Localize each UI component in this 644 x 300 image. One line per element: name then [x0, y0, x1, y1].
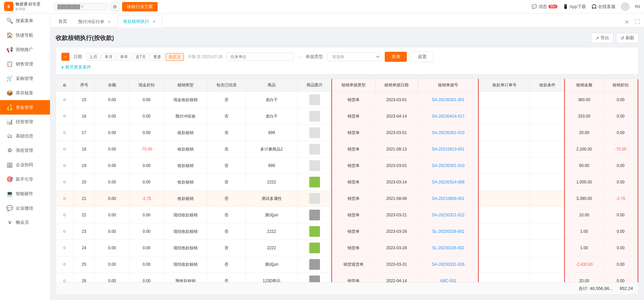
date-btn-7days[interactable]: 近7天: [132, 53, 149, 61]
cell-write-off-no[interactable]: SA-20230314-008: [418, 174, 479, 190]
sidebar-item-corp[interactable]: 🏢 企业协同: [0, 158, 50, 172]
cell-receipt-order-no: [478, 92, 530, 108]
cell-write-off-bill-type: 销货单: [332, 125, 375, 141]
sidebar-item-finance[interactable]: 💰 资金管理: [0, 100, 50, 115]
cell-settings[interactable]: ⚙: [56, 223, 73, 240]
sidebar-item-member[interactable]: V 畅会员: [0, 215, 50, 229]
cell-settings[interactable]: ⚙: [56, 240, 73, 256]
cell-write-off-no[interactable]: SA-20230331-026: [418, 256, 479, 273]
industry-button[interactable]: 休验行业方案: [122, 2, 158, 11]
cell-write-off-amount: -2,430.00: [565, 256, 603, 273]
sidebar-item-sales[interactable]: 📋 销售管理: [0, 57, 50, 71]
refresh-button[interactable]: ↺ 刷新: [616, 33, 639, 43]
app-download-item[interactable]: 📱 App下载: [563, 4, 586, 10]
user-avatar[interactable]: [621, 2, 630, 11]
partner-input[interactable]: [227, 53, 294, 61]
receipt-type-select[interactable]: 请选择: [327, 52, 381, 61]
cell-index: 24: [73, 240, 95, 256]
export-button[interactable]: ↗ 导出: [591, 33, 613, 43]
table-wrap[interactable]: ⚙ 序号 余额 现金折扣 核销类型 包含已结清 商品 商品图片 核销单据类型 核…: [56, 79, 638, 282]
cell-include-settled: 否: [207, 223, 246, 240]
cell-balance: 0.00: [95, 240, 129, 256]
cell-write-off-bill-type: 销货单: [332, 207, 375, 223]
sidebar-item-hardware[interactable]: 💻 智能硬件: [0, 186, 50, 201]
cell-write-off-no[interactable]: ABC-001: [418, 273, 479, 283]
sidebar-label-shortcut: 快捷导航: [16, 32, 33, 38]
filter-toggle[interactable]: »: [61, 53, 69, 61]
logo-text: 畅捷通·好生意: [15, 2, 41, 6]
date-btn-more[interactable]: 更多: [150, 53, 164, 61]
online-service-item[interactable]: 🎧 在线客服: [591, 4, 615, 10]
cell-balance: 0.00: [95, 223, 129, 240]
sales-icon: 📋: [6, 61, 13, 67]
cell-product: 999: [246, 158, 297, 174]
table-row: ⚙ 25 0.00 0.00 现结收款核销 否 测试jun 销货退货单 2023…: [56, 256, 638, 273]
sidebar-label-basic: 基础信息: [16, 133, 33, 139]
sidebar-item-purchase[interactable]: 🛒 采购管理: [0, 71, 50, 86]
cell-write-off-no[interactable]: SA-20230301-001: [418, 92, 479, 108]
cell-write-off-type: 收款核销: [164, 174, 207, 190]
sidebar-item-system[interactable]: ⚙ 系统管理: [0, 143, 50, 158]
setting-button[interactable]: 设置: [411, 51, 434, 62]
cell-write-off-no[interactable]: SA-20230301-010: [418, 158, 479, 174]
cell-write-off-no[interactable]: SL-20230328-001: [418, 223, 479, 240]
sidebar-item-basic[interactable]: 🗂 基础信息: [0, 129, 50, 143]
cell-write-off-no[interactable]: SA-20230414-017: [418, 108, 479, 125]
expand-window-icon[interactable]: ⛶: [633, 18, 641, 26]
tab-receipt-close[interactable]: ✕: [151, 19, 157, 24]
member-icon: V: [6, 220, 13, 225]
date-btn-this-year[interactable]: 本年: [117, 53, 131, 61]
cell-settings[interactable]: ⚙: [56, 158, 73, 174]
sidebar-item-search[interactable]: 🔍 搜索菜单: [0, 13, 50, 28]
cell-write-off-no[interactable]: SL-20230328-002: [418, 240, 479, 256]
tab-prepay-close[interactable]: ✕: [106, 19, 112, 25]
receipt-type-label: 单据类型: [306, 54, 323, 60]
cell-write-off-no[interactable]: SA-20230321-012: [418, 207, 479, 223]
sidebar-item-inventory[interactable]: 📦 库存核算: [0, 86, 50, 100]
data-table: ⚙ 序号 余额 现金折扣 核销类型 包含已结清 商品 商品图片 核销单据类型 核…: [56, 79, 638, 282]
col-write-off-amount-header: 核销金额: [565, 79, 603, 92]
main-layout: 🔍 搜索菜单 🏠 快捷导航 📢 营销推广 📋 销售管理 🛒 采购管理 📦 库存核…: [0, 13, 644, 300]
close-window-icon[interactable]: ✕: [623, 18, 631, 26]
cell-settings[interactable]: ⚙: [56, 125, 73, 141]
notification-item[interactable]: 💬 消息 99+: [532, 4, 557, 10]
page-header: 收款核销执行(按收款) ↗ 导出 ↺ 刷新: [56, 33, 639, 43]
expand-more-btn[interactable]: ▾ 展开更多条件: [61, 64, 633, 70]
date-btn-this-month[interactable]: 本月: [102, 53, 116, 61]
sidebar-item-shortcut[interactable]: 🏠 快捷导航: [0, 28, 50, 42]
table-row: ⚙ 22 0.00 0.00 现结收款核销 否 测试jun 销货单 2023-0…: [56, 207, 638, 223]
cell-write-off-discount: 0.00: [603, 207, 638, 223]
sidebar-item-business[interactable]: 📊 经营管理: [0, 115, 50, 129]
product-img: [309, 275, 320, 282]
cell-settings[interactable]: ⚙: [56, 190, 73, 207]
date-btn-last-month[interactable]: 上月: [86, 53, 100, 61]
cell-write-off-no[interactable]: SA-20210813-001: [418, 141, 479, 158]
cell-write-off-no[interactable]: SA-20210808-001: [418, 190, 479, 207]
product-img: [309, 226, 320, 237]
cell-settings[interactable]: ⚙: [56, 174, 73, 190]
sidebar-item-wechat[interactable]: 💬 企业微信: [0, 201, 50, 215]
cell-settings[interactable]: ⚙: [56, 256, 73, 273]
product-img: [309, 94, 320, 105]
date-btn-custom[interactable]: 自定义: [166, 53, 184, 61]
sidebar-item-marketing[interactable]: 📢 营销推广: [0, 42, 50, 57]
cell-balance: 0.00: [95, 108, 129, 125]
product-img: [309, 127, 320, 138]
cell-settings[interactable]: ⚙: [56, 92, 73, 108]
cell-settings[interactable]: ⚙: [56, 207, 73, 223]
cell-settings[interactable]: ⚙: [56, 273, 73, 283]
tab-bar-right: ✕ ⛶: [623, 18, 641, 27]
cell-settings[interactable]: ⚙: [56, 108, 73, 125]
cell-receipt-order-no: [478, 174, 530, 190]
cell-write-off-no[interactable]: SA-20230301-010: [418, 125, 479, 141]
search-button[interactable]: 查询: [385, 52, 407, 62]
cell-settings[interactable]: ⚙: [56, 141, 73, 158]
system-icon: ⚙: [6, 147, 13, 154]
tab-receipt[interactable]: 收款核销执行 ✕: [117, 15, 162, 28]
sidebar-item-guide[interactable]: 🎯 新手引导: [0, 172, 50, 186]
gear-button[interactable]: ⚙: [110, 2, 119, 11]
tab-prepay[interactable]: 预付冲应付单 ✕: [72, 16, 117, 28]
cell-write-off-date: 2023-03-14: [375, 174, 418, 190]
tab-home[interactable]: 首页: [53, 16, 72, 27]
company-selector[interactable]: ████████ ▾: [54, 3, 107, 10]
